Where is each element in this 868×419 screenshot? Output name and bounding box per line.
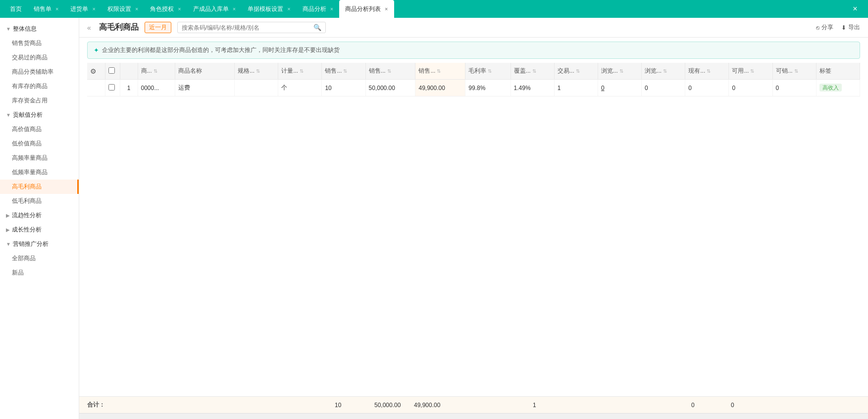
col-sellable-header: 可销... ⇅ <box>772 63 816 80</box>
footer-label: 合计： <box>87 401 105 409</box>
nav-item-template-settings[interactable]: 单据模板设置 × <box>242 0 296 18</box>
search-icon[interactable]: 🔍 <box>313 24 321 31</box>
col-browse2-header: 浏览... ⇅ <box>642 63 685 80</box>
sort-icon-9[interactable]: ⇅ <box>576 68 580 74</box>
sidebar-item-high-margin-goods[interactable]: 高毛利商品 <box>0 180 79 194</box>
share-button[interactable]: ⎋ 分享 <box>816 23 833 32</box>
sidebar-group-overall-info[interactable]: ▼ 整体信息 <box>0 22 79 36</box>
sort-icon-14[interactable]: ⇅ <box>794 68 798 74</box>
sort-icon-12[interactable]: ⇅ <box>707 68 711 74</box>
nav-item-home[interactable]: 首页 <box>4 0 28 18</box>
footer-trade: 1 <box>530 402 569 409</box>
horizontal-scrollbar[interactable] <box>79 413 868 419</box>
nav-item-product-entry[interactable]: 产成品入库单 × <box>187 0 242 18</box>
info-icon: ✦ <box>94 47 99 54</box>
col-spec-header: 规格... ⇅ <box>235 63 278 80</box>
col-trade-header: 交易... ⇅ <box>554 63 598 80</box>
nav-item-product-analysis-list[interactable]: 商品分析列表 × <box>339 0 394 18</box>
footer-available: 0 <box>688 402 728 409</box>
chevron-right-icon-2: ▶ <box>6 227 10 233</box>
sidebar-item-low-margin-goods[interactable]: 低毛利商品 <box>0 194 79 208</box>
export-button[interactable]: ⬇ 导出 <box>841 23 860 32</box>
period-button[interactable]: 近一月 <box>145 22 171 33</box>
nav-item-product-analysis[interactable]: 商品分析 × <box>297 0 339 18</box>
nav-close-product-entry[interactable]: × <box>233 6 236 12</box>
nav-close-sales-order[interactable]: × <box>55 6 58 12</box>
page-title: 高毛利商品 <box>99 22 139 33</box>
sidebar-item-goods-analysis-helper[interactable]: 商品分类辅助率 <box>0 65 79 79</box>
footer-sales-cost: 49,900.00 <box>411 402 451 409</box>
nav-close-template-settings[interactable]: × <box>287 6 290 12</box>
settings-icon[interactable]: ⚙ <box>90 67 97 75</box>
sidebar-item-new-goods[interactable]: 新品 <box>0 266 79 280</box>
sidebar-item-in-stock-goods[interactable]: 有库存的商品 <box>0 79 79 93</box>
share-icon: ⎋ <box>816 24 819 31</box>
sort-icon-4[interactable]: ⇅ <box>343 68 347 74</box>
sort-icon-7[interactable]: ⇅ <box>488 68 492 74</box>
collapse-sidebar-button[interactable]: « <box>87 24 91 32</box>
nav-item-roles[interactable]: 角色授权 × <box>144 0 187 18</box>
row-select-checkbox[interactable] <box>108 84 115 91</box>
sidebar-item-high-value-goods[interactable]: 高价值商品 <box>0 122 79 137</box>
sort-icon-10[interactable]: ⇅ <box>619 68 623 74</box>
content-area: « 高毛利商品 近一月 🔍 ⎋ 分享 ⬇ 导出 ✦ 企业的主要的利润都是这部 <box>79 18 868 419</box>
sort-icon-6[interactable]: ⇅ <box>437 68 441 74</box>
sort-icon-5[interactable]: ⇅ <box>387 68 391 74</box>
sort-icon[interactable]: ⇅ <box>153 68 157 74</box>
row-sellable: 0 <box>772 80 816 96</box>
sidebar-group-trend-analysis[interactable]: ▶ 流趋性分析 <box>0 208 79 223</box>
select-all-checkbox[interactable] <box>108 67 115 74</box>
search-input[interactable] <box>182 24 311 31</box>
sort-icon-3[interactable]: ⇅ <box>300 68 304 74</box>
sidebar-item-stock-fund[interactable]: 库存资金占用 <box>0 93 79 108</box>
row-tag: 高收入 <box>816 80 860 96</box>
row-browse1: 0 <box>598 80 641 96</box>
sort-icon-13[interactable]: ⇅ <box>750 68 754 74</box>
col-browse1-header: 浏览... ⇅ <box>598 63 641 80</box>
col-tag-header: 标签 <box>816 63 860 80</box>
sort-icon-8[interactable]: ⇅ <box>532 68 536 74</box>
nav-close-roles[interactable]: × <box>178 6 181 12</box>
row-spec <box>235 80 278 96</box>
chevron-right-icon: ▶ <box>6 213 10 218</box>
window-close-button[interactable]: × <box>846 0 864 18</box>
row-settings <box>87 80 105 96</box>
table-row: 1 0000... 运费 个 <box>87 80 860 96</box>
browse1-link[interactable]: 0 <box>601 85 605 92</box>
sidebar-item-traded-goods[interactable]: 交易过的商品 <box>0 50 79 65</box>
nav-close-purchase-order[interactable]: × <box>92 6 95 12</box>
sidebar-group-financial-analysis[interactable]: ▼ 贡献值分析 <box>0 108 79 122</box>
col-goods-name-header: 商品名称 <box>175 63 235 80</box>
col-sales-qty-header: 销售... ⇅ <box>322 63 365 80</box>
sidebar-item-low-value-goods[interactable]: 低价值商品 <box>0 137 79 151</box>
nav-item-permissions[interactable]: 权限设置 × <box>102 0 144 18</box>
row-goods-code: 0000... <box>138 80 175 96</box>
chevron-down-icon-3: ▼ <box>6 241 11 247</box>
sidebar-group-marketing-analysis[interactable]: ▼ 营销推广分析 <box>0 237 79 251</box>
data-table: ⚙ 商... ⇅ <box>87 63 860 96</box>
nav-close-permissions[interactable]: × <box>135 6 138 12</box>
sort-icon-11[interactable]: ⇅ <box>663 68 667 74</box>
footer-sales-amount: 50,000.00 <box>371 402 411 409</box>
tag-badge: 高收入 <box>819 84 842 92</box>
nav-item-purchase-order[interactable]: 进货单 × <box>64 0 101 18</box>
row-sales-qty: 10 <box>322 80 365 96</box>
sidebar-item-high-freq-goods[interactable]: 高频率量商品 <box>0 151 79 165</box>
sort-icon-2[interactable]: ⇅ <box>256 68 260 74</box>
sidebar-item-all-goods[interactable]: 全部商品 <box>0 251 79 266</box>
sidebar-item-low-freq-goods[interactable]: 低频率量商品 <box>0 165 79 180</box>
row-sales-cost: 49,900.00 <box>415 80 465 96</box>
row-unit: 个 <box>278 80 322 96</box>
sidebar-group-growth-analysis[interactable]: ▶ 成长性分析 <box>0 223 79 237</box>
col-settings-header: ⚙ <box>87 63 105 80</box>
footer-totals-bar: 合计： 10 50,000.00 49,900.00 1 0 0 <box>79 396 868 413</box>
col-unit-header: 计量... ⇅ <box>278 63 322 80</box>
col-current-stock-header: 现有... ⇅ <box>685 63 729 80</box>
top-navigation: 首页 销售单 × 进货单 × 权限设置 × 角色授权 × 产成品入库单 × 单据… <box>0 0 868 18</box>
nav-item-sales-order[interactable]: 销售单 × <box>28 0 64 18</box>
footer-sales-qty: 10 <box>332 402 371 409</box>
content-header: « 高毛利商品 近一月 🔍 ⎋ 分享 ⬇ 导出 <box>79 18 868 38</box>
sidebar-item-sales-goods[interactable]: 销售货商品 <box>0 36 79 50</box>
nav-close-product-analysis[interactable]: × <box>330 6 333 12</box>
nav-close-product-analysis-list[interactable]: × <box>385 6 388 12</box>
